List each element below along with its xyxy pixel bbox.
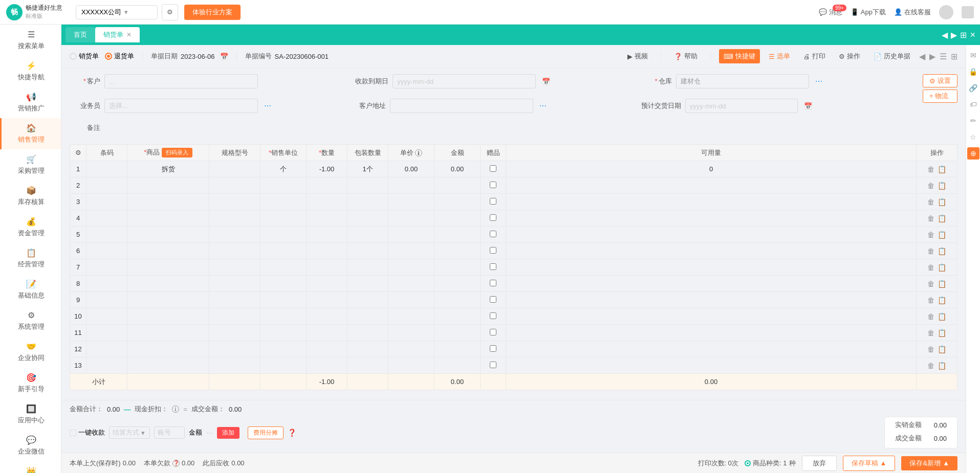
copy-row-icon[interactable]: 📋 (938, 362, 946, 370)
sidebar-item-corp[interactable]: 🤝 企业协同 (0, 336, 61, 368)
gift-checkbox[interactable] (490, 329, 496, 335)
gift-checkbox[interactable] (490, 214, 496, 221)
radio-return-order[interactable]: 退货单 (105, 52, 134, 61)
float-link-icon[interactable]: 🔗 (967, 82, 979, 94)
save-draft-button[interactable]: 保存草稿 ▲ (843, 456, 896, 471)
save-new-button[interactable]: 保存&新增 ▲ (901, 456, 957, 470)
tab-sales-order[interactable]: 销货单 ✕ (95, 27, 140, 42)
payment-calendar-icon[interactable]: 📅 (542, 78, 550, 85)
delete-row-icon[interactable]: 🗑 (927, 263, 934, 272)
copy-row-icon[interactable]: 📋 (938, 296, 946, 304)
tab-grid-icon[interactable]: ⊞ (960, 30, 967, 40)
customer-addr-input[interactable] (390, 99, 533, 113)
app-download-button[interactable]: 📱 App下载 (851, 8, 886, 17)
gift-checkbox[interactable] (490, 231, 496, 237)
copy-row-icon[interactable]: 📋 (938, 214, 946, 222)
user-avatar[interactable] (939, 5, 953, 19)
view-list-icon[interactable]: ☰ (940, 52, 947, 61)
float-edit-icon[interactable]: ✏ (967, 115, 979, 127)
delete-row-icon[interactable]: 🗑 (927, 247, 934, 255)
print-btn[interactable]: 🖨 打印 (799, 49, 830, 63)
sidebar-item-base[interactable]: 📝 基础信息 (0, 274, 61, 305)
gift-checkbox[interactable] (490, 296, 496, 303)
nav-next-icon[interactable]: ▶ (929, 52, 935, 61)
float-tag-icon[interactable]: 🏷 (967, 98, 979, 110)
delete-row-icon[interactable]: 🗑 (927, 231, 934, 239)
delete-row-icon[interactable]: 🗑 (927, 280, 934, 288)
total-owed-info-icon[interactable]: ❓ (172, 460, 180, 467)
tab-back-icon[interactable]: ◀ (942, 30, 948, 40)
view-grid-icon[interactable]: ⊞ (951, 52, 957, 61)
sidebar-item-quick-nav[interactable]: ⚡ 快捷导航 (0, 56, 61, 87)
row-gift[interactable] (481, 161, 506, 177)
online-service-button[interactable]: 👤 在线客服 (894, 8, 931, 17)
expense-split-button[interactable]: 费用分摊 (248, 426, 284, 439)
delete-row-icon[interactable]: 🗑 (927, 198, 934, 206)
amount-link-icon[interactable]: ⋯ (206, 429, 213, 437)
sidebar-item-guide[interactable]: 🎯 新手引导 (0, 368, 61, 399)
row-qty[interactable]: -1.00 (307, 161, 347, 177)
delete-row-icon[interactable]: 🗑 (927, 362, 934, 370)
gift-checkbox[interactable] (490, 247, 496, 254)
float-star-icon[interactable]: ☆ (967, 131, 979, 143)
copy-row-icon[interactable]: 📋 (938, 280, 946, 288)
customer-addr-link-icon[interactable]: ⋯ (539, 102, 547, 110)
scan-barcode-button[interactable]: 扫码录入 (162, 148, 192, 157)
delete-row-icon[interactable]: 🗑 (927, 182, 934, 190)
settle-method-select[interactable]: 结算方式 ▾ (109, 426, 150, 439)
float-orange-button[interactable]: ⊕ (967, 147, 979, 160)
tab-home[interactable]: 首页 (66, 27, 95, 42)
account-input[interactable]: 账号 (154, 426, 185, 439)
calendar-icon[interactable]: 📅 (220, 53, 228, 60)
row-product[interactable]: 拆货 (127, 161, 209, 177)
sidebar-item-business[interactable]: 📋 经营管理 (0, 243, 61, 274)
copy-row-icon[interactable]: 📋 (938, 231, 946, 239)
company-selector[interactable]: XXXXXX公司 ▾ (76, 5, 158, 19)
delete-row-icon[interactable]: 🗑 (927, 214, 934, 222)
sidebar-item-sales[interactable]: 🏠 销售管理 (0, 118, 61, 149)
history-btn[interactable]: 📄 历史单据 (869, 49, 915, 63)
gift-checkbox[interactable] (490, 165, 496, 172)
copy-row-icon[interactable]: 📋 (938, 165, 946, 173)
copy-row-icon[interactable]: 📋 (938, 263, 946, 272)
float-msg-icon[interactable]: ✉ (967, 49, 979, 61)
one-pay-checkbox-item[interactable]: 一键收款 (70, 428, 105, 437)
choose-btn[interactable]: ☰ 选单 (764, 49, 795, 63)
delete-row-icon[interactable]: 🗑 (927, 312, 934, 321)
gift-checkbox[interactable] (490, 312, 496, 319)
sidebar-item-search[interactable]: ☰ 搜索菜单 (0, 25, 61, 56)
salesperson-input[interactable]: 选择... (104, 99, 258, 113)
message-button[interactable]: 💬 消息 99+ (819, 8, 842, 17)
copy-row-icon[interactable]: 📋 (938, 345, 946, 353)
expected-date-calendar-icon[interactable]: 📅 (804, 102, 812, 110)
row-amount[interactable]: 0.00 (434, 161, 481, 177)
settings-button[interactable]: ⚙ 设置 (923, 74, 957, 87)
sidebar-item-inventory[interactable]: 📦 库存核算 (0, 181, 61, 212)
sidebar-item-finance[interactable]: 💰 资金管理 (0, 212, 61, 243)
sidebar-item-system[interactable]: ⚙ 系统管理 (0, 305, 61, 336)
sidebar-item-marketing[interactable]: 📢 营销推广 (0, 87, 61, 118)
copy-row-icon[interactable]: 📋 (938, 329, 946, 337)
float-lock-icon[interactable]: 🔒 (967, 65, 979, 78)
row-unitprice[interactable]: 0.00 (388, 161, 434, 177)
logistics-button[interactable]: + 物流 (923, 89, 957, 103)
tab-forward-icon[interactable]: ▶ (951, 30, 957, 40)
gift-checkbox[interactable] (490, 280, 496, 286)
customer-input[interactable]: ... (104, 74, 258, 88)
gift-checkbox[interactable] (490, 362, 496, 368)
gift-checkbox[interactable] (490, 198, 496, 205)
expected-date-input[interactable]: yyyy-mm-dd (685, 99, 798, 113)
copy-row-icon[interactable]: 📋 (938, 198, 946, 206)
copy-row-icon[interactable]: 📋 (938, 247, 946, 255)
gift-checkbox[interactable] (490, 263, 496, 270)
sidebar-item-apps[interactable]: 🔲 应用中心 (0, 399, 61, 430)
gift-checkbox[interactable] (490, 345, 496, 352)
expense-help-icon[interactable]: ❓ (288, 429, 296, 437)
radio-sales-order[interactable]: 销货单 (70, 52, 99, 61)
row-barcode[interactable] (86, 161, 127, 177)
one-pay-checkbox[interactable] (70, 430, 76, 436)
tab-close-icon[interactable]: ✕ (126, 31, 132, 38)
video-btn[interactable]: ▶ 视频 (623, 49, 652, 63)
nav-prev-icon[interactable]: ◀ (919, 52, 925, 61)
warehouse-link-icon[interactable]: ⋯ (815, 77, 822, 85)
